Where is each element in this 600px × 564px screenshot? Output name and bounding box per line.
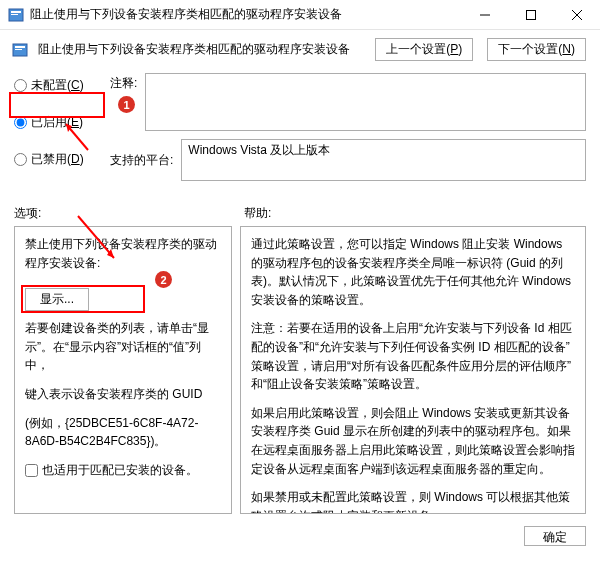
help-label: 帮助: [244, 205, 271, 222]
maximize-button[interactable] [508, 0, 554, 29]
section-labels: 选项: 帮助: [0, 191, 600, 226]
radio-enabled-input[interactable] [14, 116, 27, 129]
show-button[interactable]: 显示... [25, 288, 89, 311]
comment-row: 注释: [110, 73, 586, 131]
panels: 禁止使用下列设备安装程序类的驱动程序安装设备: 显示... 若要创建设备类的列表… [0, 226, 600, 522]
svg-rect-1 [11, 11, 21, 13]
options-text-1: 若要创建设备类的列表，请单击“显示”。在“显示内容”对话框的“值”列中， [25, 319, 221, 375]
also-apply-checkbox[interactable] [25, 464, 38, 477]
also-apply-checkbox-row[interactable]: 也适用于匹配已安装的设备。 [25, 461, 221, 480]
radio-disabled-input[interactable] [14, 153, 27, 166]
radio-not-configured-label: 未配置(C) [31, 77, 84, 94]
svg-rect-8 [15, 46, 25, 48]
options-label: 选项: [14, 205, 232, 222]
comment-label: 注释: [110, 73, 137, 92]
comment-input[interactable] [145, 73, 586, 131]
policy-title: 阻止使用与下列设备安装程序类相匹配的驱动程序安装设备 [38, 41, 361, 58]
platform-label: 支持的平台: [110, 152, 173, 169]
window-title: 阻止使用与下列设备安装程序类相匹配的驱动程序安装设备 [30, 6, 462, 23]
comment-column: 注释: 支持的平台: Windows Vista 及以上版本 [110, 73, 586, 181]
radio-enabled-label: 已启用(E) [31, 114, 83, 131]
help-p4: 如果禁用或未配置此策略设置，则 Windows 可以根据其他策略设置允许或阻止安… [251, 488, 575, 514]
options-text-3: (例如，{25DBCE51-6C8F-4A72-8A6D-B54C2B4FC83… [25, 414, 221, 451]
minimize-button[interactable] [462, 0, 508, 29]
options-panel: 禁止使用下列设备安装程序类的驱动程序安装设备: 显示... 若要创建设备类的列表… [14, 226, 232, 514]
title-bar: 阻止使用与下列设备安装程序类相匹配的驱动程序安装设备 [0, 0, 600, 30]
help-p1: 通过此策略设置，您可以指定 Windows 阻止安装 Windows 的驱动程序… [251, 235, 575, 309]
svg-rect-9 [15, 49, 22, 50]
config-area: 未配置(C) 已启用(E) 已禁用(D) 注释: 支持的平台: Windows … [0, 69, 600, 181]
policy-icon [12, 42, 28, 58]
radio-disabled[interactable]: 已禁用(D) [14, 151, 110, 168]
platform-value: Windows Vista 及以上版本 [181, 139, 586, 181]
state-radios: 未配置(C) 已启用(E) 已禁用(D) [14, 73, 110, 181]
header-row: 阻止使用与下列设备安装程序类相匹配的驱动程序安装设备 上一个设置(P) 下一个设… [0, 30, 600, 69]
also-apply-label: 也适用于匹配已安装的设备。 [42, 461, 198, 480]
help-p2: 注意：若要在适用的设备上启用“允许安装与下列设备 Id 相匹配的设备”和“允许安… [251, 319, 575, 393]
radio-not-configured[interactable]: 未配置(C) [14, 77, 110, 94]
help-p3: 如果启用此策略设置，则会阻止 Windows 安装或更新其设备安装程序类 Gui… [251, 404, 575, 478]
app-icon [8, 7, 24, 23]
window-controls [462, 0, 600, 29]
platform-row: 支持的平台: Windows Vista 及以上版本 [110, 139, 586, 181]
options-heading: 禁止使用下列设备安装程序类的驱动程序安装设备: [25, 235, 221, 272]
dialog-footer: 确定 [0, 522, 600, 556]
prev-setting-button[interactable]: 上一个设置(P) [375, 38, 473, 61]
svg-rect-4 [527, 10, 536, 19]
radio-enabled[interactable]: 已启用(E) [14, 114, 110, 131]
ok-button[interactable]: 确定 [524, 526, 586, 546]
svg-rect-2 [11, 14, 18, 15]
help-panel: 通过此策略设置，您可以指定 Windows 阻止安装 Windows 的驱动程序… [240, 226, 586, 514]
close-button[interactable] [554, 0, 600, 29]
next-setting-button[interactable]: 下一个设置(N) [487, 38, 586, 61]
options-text-2: 键入表示设备安装程序类的 GUID [25, 385, 221, 404]
radio-disabled-label: 已禁用(D) [31, 151, 84, 168]
radio-not-configured-input[interactable] [14, 79, 27, 92]
